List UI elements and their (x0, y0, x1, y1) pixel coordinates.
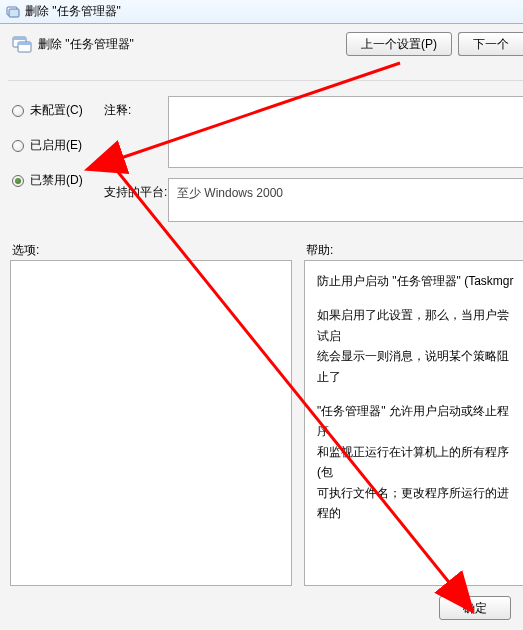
title-bar: 删除 "任务管理器" (0, 0, 523, 24)
ok-button[interactable]: 确定 (439, 596, 511, 620)
config-radio-group: 未配置(C) 已启用(E) 已禁用(D) (12, 102, 83, 189)
separator (8, 80, 523, 81)
prev-setting-button[interactable]: 上一个设置(P) (346, 32, 452, 56)
header-row: 删除 "任务管理器" 上一个设置(P) 下一个 (0, 30, 523, 58)
help-label: 帮助: (306, 242, 333, 259)
window-title: 删除 "任务管理器" (25, 3, 121, 20)
radio-enabled[interactable]: 已启用(E) (12, 137, 83, 154)
help-line: 如果启用了此设置，那么，当用户尝试启 统会显示一则消息，说明某个策略阻止了 (317, 305, 515, 387)
help-line: "任务管理器" 允许用户启动或终止程序 和监视正运行在计算机上的所有程序(包 可… (317, 401, 515, 523)
platform-label: 支持的平台: (104, 184, 167, 201)
radio-dot-icon (12, 105, 24, 117)
window-icon (6, 5, 20, 19)
radio-label: 已禁用(D) (30, 172, 83, 189)
comment-label: 注释: (104, 102, 131, 119)
options-label: 选项: (12, 242, 39, 259)
help-line: 防止用户启动 "任务管理器" (Taskmgr (317, 271, 515, 291)
header-subtitle: 删除 "任务管理器" (38, 36, 134, 53)
svg-rect-3 (13, 37, 26, 40)
radio-label: 未配置(C) (30, 102, 83, 119)
radio-label: 已启用(E) (30, 137, 82, 154)
options-panel (10, 260, 292, 586)
platform-text: 至少 Windows 2000 (168, 178, 523, 222)
radio-not-configured[interactable]: 未配置(C) (12, 102, 83, 119)
radio-dot-icon (12, 175, 24, 187)
next-setting-button[interactable]: 下一个 (458, 32, 523, 56)
client-area: 删除 "任务管理器" 上一个设置(P) 下一个 未配置(C) 已启用(E) 已禁… (0, 24, 523, 630)
radio-dot-icon (12, 140, 24, 152)
help-panel: 防止用户启动 "任务管理器" (Taskmgr 如果启用了此设置，那么，当用户尝… (304, 260, 523, 586)
radio-disabled[interactable]: 已禁用(D) (12, 172, 83, 189)
comment-textarea[interactable] (168, 96, 523, 168)
policy-icon (12, 34, 32, 54)
svg-rect-5 (18, 42, 31, 45)
svg-rect-1 (9, 9, 19, 17)
